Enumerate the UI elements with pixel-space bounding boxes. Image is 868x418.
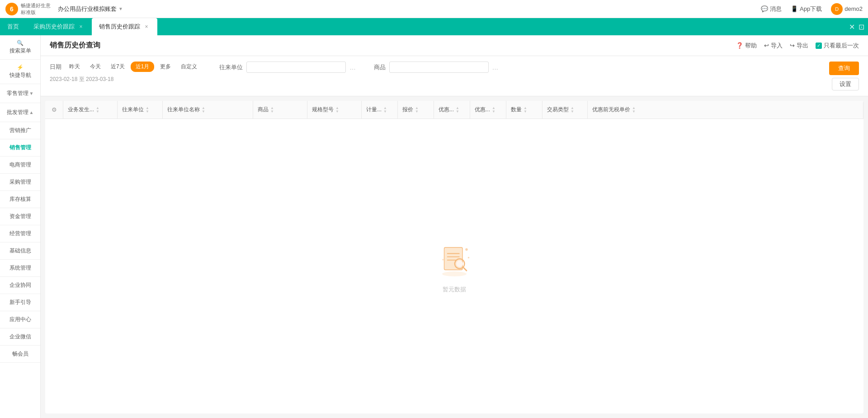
tab-home[interactable]: 首页 [0, 18, 26, 35]
table-settings-button[interactable]: ⚙ [45, 101, 63, 119]
sort-icon: ▲▼ [335, 106, 339, 114]
only-last-checkbox[interactable]: ✓ [816, 43, 822, 49]
date-btn-custom[interactable]: 自定义 [177, 62, 201, 72]
th-partner[interactable]: 往来单位 ▲▼ [118, 101, 163, 119]
sidebar-item-marketing[interactable]: 营销推广 [0, 122, 40, 139]
sidebar-item-purchase[interactable]: 采购管理 [0, 174, 40, 191]
th-pretax-price[interactable]: 优惠前无税单价 ▲▼ [588, 101, 863, 119]
sidebar-item-newbie-guide[interactable]: 新手引导 [0, 294, 40, 311]
partner-picker-button[interactable]: ... [349, 63, 355, 71]
top-bar-left: 6 畅捷通好生意 标准版 办公用品行业模拟账套 ▼ [5, 2, 127, 15]
chevron-down-icon: ▼ [118, 6, 123, 11]
quick-nav-icon: ⚡ [17, 64, 24, 71]
svg-point-10 [442, 259, 444, 261]
partner-filter-input[interactable] [246, 62, 346, 73]
sort-icon: ▲▼ [571, 106, 574, 114]
sidebar-item-basic-info[interactable]: 基础信息 [0, 242, 40, 260]
empty-illustration [434, 239, 475, 280]
content-area: 销售历史价查询 ❓ 帮助 ↩ 导入 ↪ 导出 ✓ 只看最后一次 [41, 35, 868, 418]
th-spec[interactable]: 规格型号 ▲▼ [307, 101, 362, 119]
th-partner-name[interactable]: 往来单位名称 ▲▼ [163, 101, 253, 119]
sidebar-item-system[interactable]: 系统管理 [0, 260, 40, 277]
tab-purchase-history[interactable]: 采购历史价跟踪 × [26, 18, 92, 35]
account-selector[interactable]: 办公用品行业模拟账套 ▼ [54, 3, 127, 15]
sidebar-item-finance[interactable]: 资金管理 [0, 208, 40, 225]
th-price[interactable]: 报价 ▲▼ [398, 101, 434, 119]
date-btn-today[interactable]: 今天 [86, 62, 105, 72]
sidebar-item-enterprise-wechat[interactable]: 企业微信 [0, 328, 40, 346]
phone-icon: 📱 [791, 5, 798, 12]
sidebar-item-inventory[interactable]: 库存核算 [0, 191, 40, 208]
empty-state: 暂元数据 [45, 119, 863, 413]
filter-area: 日期 昨天 今天 近7天 近1月 更多 自定义 2023-02-18 至 202… [41, 56, 868, 96]
product-filter-group: 商品 ... [374, 62, 498, 73]
user-avatar[interactable]: D demo2 [831, 3, 863, 15]
sidebar-item-membership[interactable]: 畅会员 [0, 346, 40, 363]
th-discount1[interactable]: 优惠... ▲▼ [434, 101, 470, 119]
sidebar-item-app-center[interactable]: 应用中心 [0, 311, 40, 328]
svg-line-8 [463, 267, 467, 271]
sort-icon: ▲▼ [383, 106, 387, 114]
avatar-icon: D [831, 3, 843, 15]
page-title: 销售历史价查询 [50, 41, 100, 50]
svg-point-9 [465, 248, 467, 250]
partner-filter-group: 往来单位 ... [219, 62, 355, 73]
tab-sales-history[interactable]: 销售历史价跟踪 × [92, 18, 157, 35]
help-icon: ❓ [736, 42, 743, 49]
partner-filter-label: 往来单位 [219, 63, 243, 71]
date-btn-7days[interactable]: 近7天 [107, 62, 129, 72]
main-layout: 🔍 搜索菜单 ⚡ 快捷导航 零售管理 ▼ 批发管理 ▲ 营销推广 销售管理 电商… [0, 35, 868, 418]
sidebar-item-retail[interactable]: 零售管理 ▼ [0, 84, 40, 103]
tab-bar-actions: ✕ ⊡ [849, 23, 868, 31]
product-filter-input[interactable] [389, 62, 489, 73]
sort-icon: ▲▼ [415, 106, 419, 114]
table-container: ⚙ 业务发生... ▲▼ 往来单位 ▲▼ 往来单位名称 ▲▼ 商品 ▲▼ [45, 101, 863, 413]
app-download-button[interactable]: 📱 App下载 [791, 5, 822, 13]
sort-icon: ▲▼ [96, 106, 99, 114]
settings-button[interactable]: 设置 [832, 78, 859, 90]
date-filter-label: 日期 [50, 63, 61, 71]
export-icon: ↪ [790, 42, 795, 49]
sidebar-item-label: 批发管理 [7, 109, 28, 116]
export-button[interactable]: ↪ 导出 [790, 42, 808, 50]
page-header: 销售历史价查询 ❓ 帮助 ↩ 导入 ↪ 导出 ✓ 只看最后一次 [41, 35, 868, 56]
filter-actions: 查询 设置 [829, 62, 859, 90]
empty-text: 暂元数据 [443, 285, 466, 294]
chevron-down-icon: ▼ [29, 91, 34, 96]
date-filter-group: 日期 昨天 今天 近7天 近1月 更多 自定义 [50, 62, 201, 72]
th-product[interactable]: 商品 ▲▼ [253, 101, 307, 119]
import-button[interactable]: ↩ 导入 [764, 42, 783, 50]
close-all-tabs-button[interactable]: ✕ [849, 23, 855, 31]
date-buttons: 昨天 今天 近7天 近1月 更多 自定义 [65, 62, 201, 72]
sidebar: 🔍 搜索菜单 ⚡ 快捷导航 零售管理 ▼ 批发管理 ▲ 营销推广 销售管理 电商… [0, 35, 41, 418]
close-sales-tab-button[interactable]: × [143, 23, 150, 30]
sidebar-item-search[interactable]: 🔍 搜索菜单 [0, 35, 40, 60]
date-btn-1month[interactable]: 近1月 [131, 62, 155, 72]
close-purchase-tab-button[interactable]: × [77, 23, 85, 30]
svg-point-0 [442, 271, 467, 276]
product-picker-button[interactable]: ... [492, 63, 498, 71]
help-button[interactable]: ❓ 帮助 [736, 42, 757, 50]
sidebar-item-ecommerce[interactable]: 电商管理 [0, 157, 40, 174]
date-btn-yesterday[interactable]: 昨天 [65, 62, 84, 72]
svg-point-7 [457, 260, 463, 266]
logo-area: 6 畅捷通好生意 标准版 [5, 2, 51, 15]
only-last-checkbox-label[interactable]: ✓ 只看最后一次 [816, 42, 859, 50]
date-btn-more[interactable]: 更多 [156, 62, 175, 72]
th-business-date[interactable]: 业务发生... ▲▼ [63, 101, 118, 119]
logo-icon: 6 [5, 3, 18, 15]
sidebar-item-sales[interactable]: 销售管理 [0, 139, 40, 157]
message-button[interactable]: 💬 消息 [761, 5, 782, 13]
th-transaction-type[interactable]: 交易类型 ▲▼ [542, 101, 588, 119]
th-quantity[interactable]: 数量 ▲▼ [506, 101, 542, 119]
sidebar-item-quick-nav[interactable]: ⚡ 快捷导航 [0, 60, 40, 84]
query-button[interactable]: 查询 [829, 62, 859, 75]
sidebar-item-business[interactable]: 经营管理 [0, 225, 40, 242]
maximize-button[interactable]: ⊡ [859, 23, 864, 31]
sort-icon: ▲▼ [632, 106, 636, 114]
chevron-up-icon: ▲ [29, 110, 34, 115]
th-unit[interactable]: 计量... ▲▼ [362, 101, 398, 119]
th-discount2[interactable]: 优惠... ▲▼ [470, 101, 506, 119]
sidebar-item-wholesale[interactable]: 批发管理 ▲ [0, 103, 40, 122]
sidebar-item-enterprise-collab[interactable]: 企业协同 [0, 277, 40, 294]
